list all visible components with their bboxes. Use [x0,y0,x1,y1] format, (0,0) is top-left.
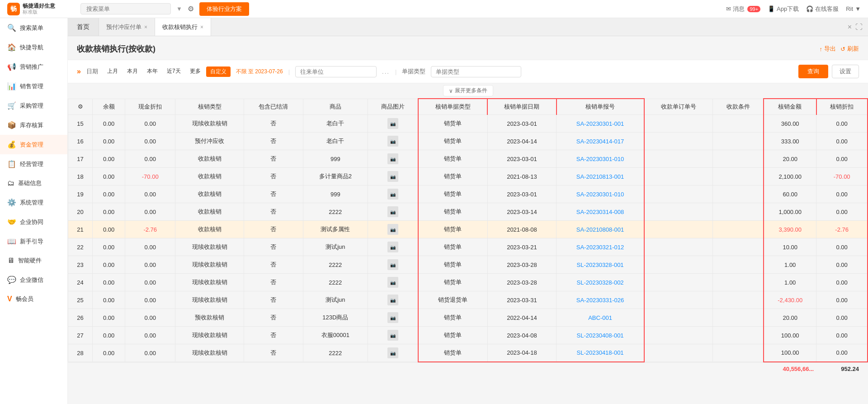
single-type-input[interactable] [431,66,521,77]
app-download-area[interactable]: 📱 App下载 [768,5,799,13]
sidebar-item-basic[interactable]: 🗂 基础信息 [0,174,67,193]
row-cancel-bill-no[interactable]: SA-20230314-008 [557,203,644,221]
filter-divider: | [288,68,290,75]
sidebar-item-label: 经营管理 [20,160,43,168]
tab-home[interactable]: 首页 [68,18,99,36]
row-cancel-bill-no[interactable]: SL-20230418-001 [557,344,644,362]
row-product-image: 📷 [368,327,418,344]
top-search-input[interactable] [80,3,171,14]
row-receipt-condition [713,168,764,185]
row-cancel-bill-date: 2023-03-21 [487,238,557,256]
row-id: 20 [68,203,93,221]
chip-custom[interactable]: 自定义 [206,67,231,77]
trial-button[interactable]: 体验行业方案 [199,2,249,16]
tab-prepay-close-icon[interactable]: × [144,24,147,30]
chip-last-month[interactable]: 上月 [104,67,122,77]
online-service-area[interactable]: 🎧 在线客服 [806,5,839,13]
sidebar-item-system[interactable]: ⚙️ 系统管理 [0,193,67,212]
row-cancel-bill-no[interactable]: SA-20230331-026 [557,291,644,309]
chip-this-month[interactable]: 本月 [123,67,142,77]
settings-button[interactable]: 设置 [832,65,859,78]
sidebar-item-guide[interactable]: 📖 新手引导 [0,232,67,251]
chip-last-7-days[interactable]: 近7天 [163,67,184,77]
sidebar-item-finance[interactable]: 💰 资金管理 [0,135,67,154]
row-cancel-amount: 1.00 [764,274,816,291]
member-icon: V [7,295,12,303]
col-header-gear[interactable]: ⚙ [68,99,93,115]
sidebar-item-wechat[interactable]: 💬 企业微信 [0,270,67,290]
sidebar-item-operations[interactable]: 📋 经营管理 [0,154,67,174]
sidebar-item-marketing[interactable]: 📢 营销推广 [0,57,67,76]
row-cancel-bill-no[interactable]: SA-20230301-001 [557,115,644,133]
message-icon-area[interactable]: ✉ 消息 99+ [726,5,760,13]
sidebar-item-hardware[interactable]: 🖥 智能硬件 [0,251,67,270]
row-cancel-bill-no[interactable]: SA-20230301-010 [557,150,644,168]
row-cancel-bill-no[interactable]: SA-20210808-001 [557,221,644,238]
table-row: 220.000.00现续收款核销否测试jun📷销货单2023-03-21SA-2… [68,238,868,256]
row-id: 16 [68,133,93,150]
expand-conditions-button[interactable]: ∨ 展开更多条件 [443,85,493,96]
page-header: 收款核销执行(按收款) ↑ 导出 ↺ 刷新 [68,36,868,60]
table-row: 180.00-70.00收款核销否多计量商品2📷销货单2021-08-13SA-… [68,168,868,185]
page-title: 收款核销执行(按收款) [77,43,156,54]
filter-expand-arrow[interactable]: » [77,67,81,76]
brand-name: 畅捷通好生意 [23,3,55,9]
sidebar-item-search[interactable]: 🔍 搜索菜单 [0,18,67,38]
row-include-cleared: 否 [244,344,303,362]
row-receipt-condition [713,327,764,344]
home-icon: 🏠 [7,43,16,52]
dropdown-arrow-icon[interactable]: ▼ [176,5,182,12]
tab-receipt-close-icon[interactable]: × [200,24,203,30]
row-cancel-bill-no[interactable]: SA-20230321-012 [557,238,644,256]
col-header-include-cleared: 包含已结清 [244,99,303,115]
window-maximize-icon[interactable]: ⛶ [855,23,863,31]
row-product: 123D商品 [303,309,368,327]
query-button[interactable]: 查询 [798,65,828,78]
row-cancel-bill-date: 2023-03-01 [487,115,557,133]
row-cancel-bill-type: 销货单 [418,327,487,344]
export-button[interactable]: ↑ 导出 [820,45,836,53]
tab-prepay[interactable]: 预付冲应付单 × [99,18,155,36]
chip-this-year[interactable]: 本年 [143,67,161,77]
row-cancel-bill-no[interactable]: SL-20230328-002 [557,274,644,291]
row-cancel-type: 收款核销 [175,221,244,238]
col-header-cancel-type: 核销类型 [175,99,244,115]
row-cancel-bill-no[interactable]: SA-20230301-010 [557,185,644,203]
brand-logo-icon: 畅 [7,3,20,15]
chip-more[interactable]: 更多 [186,67,204,77]
user-area[interactable]: Rit ▼ [846,5,861,12]
row-product: 2222 [303,344,368,362]
filter-bar: » 日期 上月 本月 本年 近7天 更多 自定义 不限 至 2023-07-26… [68,60,868,83]
col-header-cancel-bill-no: 核销单报号 [557,99,644,115]
row-receipt-order-no [644,221,713,238]
row-cancel-bill-no[interactable]: SL-20230408-001 [557,327,644,344]
row-cancel-bill-no[interactable]: ABC-001 [557,309,644,327]
row-product: 999 [303,185,368,203]
row-cancel-bill-type: 销货单 [418,115,487,133]
sidebar-item-enterprise[interactable]: 🤝 企业协同 [0,212,67,232]
sidebar-item-quicknav[interactable]: 🏠 快捷导航 [0,38,67,57]
sidebar-item-label: 新手引导 [20,238,43,246]
table-row: 250.000.00现续收款核销否测试jun📷销货退货单2023-03-31SA… [68,291,868,309]
counterpart-input[interactable] [295,66,377,77]
row-receipt-order-no [644,115,713,133]
sidebar-item-member[interactable]: V 畅会员 [0,290,67,309]
tab-receipt[interactable]: 收款核销执行 × [155,18,211,36]
purchase-icon: 🛒 [7,101,16,110]
row-cancel-amount: 1.00 [764,256,816,274]
sidebar-item-inventory[interactable]: 📦 库存核算 [0,115,67,135]
row-cancel-bill-no[interactable]: SA-20230414-017 [557,133,644,150]
row-balance: 0.00 [93,168,125,185]
row-cancel-bill-no[interactable]: SL-20230328-001 [557,256,644,274]
row-include-cleared: 否 [244,291,303,309]
row-cancel-bill-no[interactable]: SA-20210813-001 [557,168,644,185]
table-row: 190.000.00收款核销否999📷销货单2023-03-01SA-20230… [68,185,868,203]
settings-gear-icon[interactable]: ⚙ [188,5,194,13]
window-close-icon[interactable]: × [848,23,852,31]
sidebar-item-sales[interactable]: 📊 销售管理 [0,76,67,96]
table-row: 280.000.00现续收款核销否2222📷销货单2023-04-18SL-20… [68,344,868,362]
refresh-button[interactable]: ↺ 刷新 [840,45,859,53]
table-row: 150.000.00现续收款核销否老白干📷销货单2023-03-01SA-202… [68,115,868,133]
sidebar-item-purchase[interactable]: 🛒 采购管理 [0,96,67,115]
sidebar-item-label: 企业微信 [20,276,43,284]
